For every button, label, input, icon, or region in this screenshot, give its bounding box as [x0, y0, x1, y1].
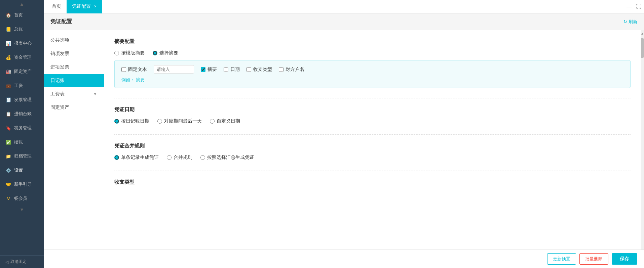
sidebar-item-invoice[interactable]: 🧾 发票管理 — [0, 93, 44, 107]
example-value: 摘要 — [136, 77, 145, 82]
income-expense-section: 收支类型 — [114, 179, 631, 185]
right-content: 摘要配置 按模版摘要 选择摘要 — [104, 30, 641, 250]
date-checkbox[interactable] — [224, 67, 228, 72]
checkbox-fixed-text[interactable]: 固定文本 — [121, 66, 147, 73]
summary-radio-template[interactable]: 按模版摘要 — [114, 50, 145, 56]
left-nav: 公共选项 销项发票 进项发票 日记账 工资表 ▼ 固定资产 — [44, 30, 104, 250]
left-nav-label-public: 公共选项 — [50, 37, 69, 43]
summary-radio-group: 按模版摘要 选择摘要 — [114, 50, 631, 56]
scroll-up-arrow[interactable]: ▲ — [641, 30, 644, 37]
sidebar-label-ledger: 总账 — [14, 26, 23, 32]
voucher-date-custom-label: 自定义日期 — [217, 118, 240, 124]
sidebar-label-closing: 结账 — [14, 139, 23, 145]
sidebar-label-fixed-assets: 固定资产 — [14, 69, 32, 75]
sidebar-cancel-pin[interactable]: ◁ 取消固定 — [0, 255, 44, 268]
voucher-date-journal-input[interactable] — [114, 119, 119, 124]
voucher-date-radio-journal[interactable]: 按日记账日期 — [114, 118, 149, 124]
sidebar-item-tax[interactable]: 🔖 税务管理 — [0, 121, 44, 135]
voucher-date-custom-input[interactable] — [210, 119, 215, 124]
merge-rule-radio-merge[interactable]: 合并规则 — [167, 154, 192, 161]
fixed-text-checkbox[interactable] — [121, 67, 126, 72]
sidebar-label-guide: 新手引导 — [14, 181, 32, 187]
merge-rule-summary-input[interactable] — [200, 155, 205, 160]
pin-icon: ◁ — [5, 260, 8, 264]
left-nav-journal[interactable]: 日记账 — [44, 74, 104, 87]
summary-radio-template-input[interactable] — [114, 51, 119, 55]
checkbox-date[interactable]: 日期 — [224, 66, 240, 73]
left-nav-label-payroll-table: 工资表 — [50, 91, 65, 97]
sidebar-item-guide[interactable]: 🤝 新手引导 — [0, 177, 44, 191]
example-text: 例如： 摘要 — [121, 77, 623, 83]
content-area: 公共选项 销项发票 进项发票 日记账 工资表 ▼ 固定资产 — [44, 30, 644, 250]
main-scrollbar[interactable]: ▲ — [641, 30, 644, 250]
sidebar-item-archive[interactable]: 📁 归档管理 — [0, 149, 44, 163]
funds-icon: 💰 — [5, 54, 11, 60]
merge-rule-radio-summary[interactable]: 按照选择汇总生成凭证 — [200, 154, 254, 161]
sidebar-scroll-down[interactable]: ▼ — [0, 206, 44, 214]
sidebar: ▲ 🏠 首页 📒 总账 📊 报表中心 💰 资金管理 🏭 固定资产 💼 工资 🧾 … — [0, 0, 44, 268]
sidebar-item-vip[interactable]: V 畅会员 — [0, 191, 44, 206]
tab-home[interactable]: 首页 — [46, 0, 67, 13]
merge-rule-merge-input[interactable] — [167, 155, 172, 160]
voucher-date-radio-period-last[interactable]: 对应期间最后一天 — [157, 118, 202, 124]
merge-rule-radio-single[interactable]: 单条记录生成凭证 — [114, 154, 159, 161]
sidebar-label-funds: 资金管理 — [14, 54, 32, 60]
left-nav-sales-invoice[interactable]: 销项发票 — [44, 47, 104, 60]
voucher-date-radio-custom[interactable]: 自定义日期 — [210, 118, 240, 124]
date-label: 日期 — [230, 66, 240, 73]
sidebar-item-payroll[interactable]: 💼 工资 — [0, 79, 44, 93]
update-preview-button[interactable]: 更新预置 — [547, 253, 576, 265]
sidebar-item-fixed-assets[interactable]: 🏭 固定资产 — [0, 64, 44, 79]
main-area: 首页 凭证配置 × — ⛶ 凭证配置 ↻ 刷新 公共选项 销项发票 进 — [44, 0, 644, 268]
sidebar-label-purchase-sale: 进销台账 — [14, 111, 32, 117]
voucher-date-journal-label: 按日记账日期 — [121, 118, 149, 124]
sidebar-item-closing[interactable]: ✅ 结账 — [0, 135, 44, 149]
left-nav-purchase-invoice[interactable]: 进项发票 — [44, 60, 104, 74]
left-nav-payroll-table[interactable]: 工资表 ▼ — [44, 87, 104, 101]
checkbox-income-expense[interactable]: 收支类型 — [247, 66, 272, 73]
summary-radio-select[interactable]: 选择摘要 — [153, 50, 178, 56]
sidebar-item-settings[interactable]: ⚙️ 设置 — [0, 163, 44, 177]
sidebar-item-ledger[interactable]: 📒 总账 — [0, 22, 44, 36]
purchase-sale-icon: 📋 — [5, 111, 11, 117]
minimize-button[interactable]: — — [627, 4, 632, 10]
left-nav-public[interactable]: 公共选项 — [44, 34, 104, 47]
guide-icon: 🤝 — [5, 181, 11, 187]
checkbox-summary[interactable]: 摘要 — [201, 66, 217, 73]
sidebar-label-vip: 畅会员 — [14, 195, 27, 202]
batch-delete-button[interactable]: 批量删除 — [579, 253, 608, 265]
scroll-thumb[interactable] — [641, 38, 644, 58]
checkbox-config-area: 固定文本 摘要 日期 — [114, 60, 631, 88]
tab-close-icon[interactable]: × — [94, 4, 97, 9]
left-nav-label-sales-invoice: 销项发票 — [50, 51, 69, 57]
sidebar-label-reports: 报表中心 — [14, 40, 32, 46]
checkbox-counterpart[interactable]: 对方户名 — [279, 66, 304, 73]
voucher-date-title: 凭证日期 — [114, 106, 631, 113]
left-nav-label-journal: 日记账 — [50, 78, 65, 84]
tab-voucher-config[interactable]: 凭证配置 × — [67, 0, 102, 13]
voucher-date-section: 凭证日期 按日记账日期 对应期间最后一天 自定义日期 — [114, 106, 631, 124]
voucher-date-period-last-label: 对应期间最后一天 — [164, 118, 202, 124]
merge-rule-single-input[interactable] — [114, 155, 119, 160]
refresh-icon: ↻ — [623, 19, 627, 24]
sidebar-item-home[interactable]: 🏠 首页 — [0, 8, 44, 22]
income-expense-checkbox[interactable] — [247, 67, 251, 72]
counterpart-checkbox[interactable] — [279, 67, 283, 72]
voucher-date-period-last-input[interactable] — [157, 119, 162, 124]
fixed-text-input[interactable] — [154, 65, 194, 74]
sidebar-item-reports[interactable]: 📊 报表中心 — [0, 36, 44, 50]
sidebar-item-purchase-sale[interactable]: 📋 进销台账 — [0, 107, 44, 121]
summary-config-title: 摘要配置 — [114, 38, 631, 45]
sidebar-scroll-up[interactable]: ▲ — [0, 0, 44, 8]
merge-rule-title: 凭证合并规则 — [114, 143, 631, 149]
sidebar-label-archive: 归档管理 — [14, 153, 32, 159]
sidebar-item-funds[interactable]: 💰 资金管理 — [0, 50, 44, 64]
summary-radio-select-input[interactable] — [153, 51, 157, 55]
refresh-button[interactable]: ↻ 刷新 — [623, 19, 637, 25]
save-button[interactable]: 保存 — [612, 253, 637, 265]
left-nav-label-fixed-assets: 固定资产 — [50, 104, 69, 110]
left-nav-fixed-assets[interactable]: 固定资产 — [44, 101, 104, 114]
maximize-button[interactable]: ⛶ — [636, 4, 641, 10]
summary-checkbox[interactable] — [201, 67, 205, 72]
sidebar-label-payroll: 工资 — [14, 83, 23, 89]
